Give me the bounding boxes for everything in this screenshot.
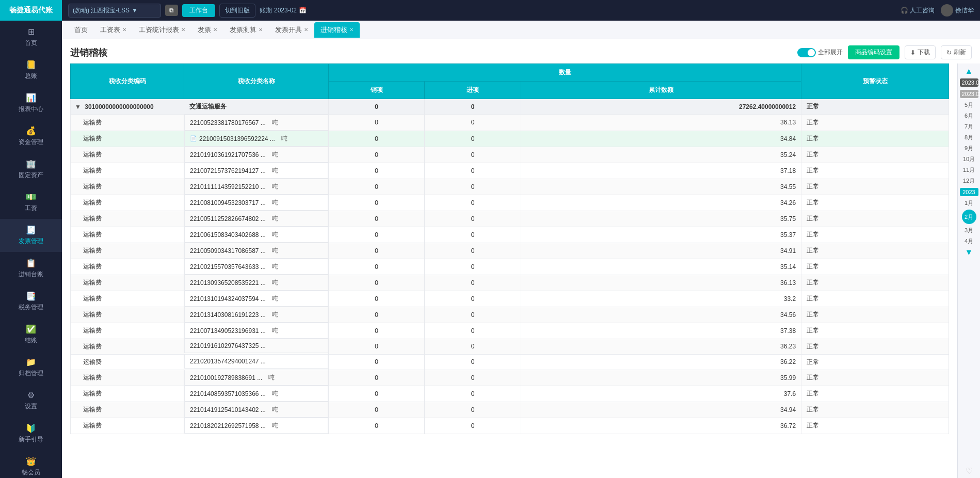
sidebar-item-archive[interactable]: 📁 归档管理 xyxy=(0,351,62,384)
sales-cell: 0 xyxy=(329,291,425,307)
tax-name-cell: 221005090343170865​87 ... 吨 xyxy=(184,243,328,259)
table-row[interactable]: 运输费 221008100945323037​17 ... 吨 0 0 34.2… xyxy=(71,195,949,211)
sidebar-item-invoice[interactable]: 🧾 发票管理 xyxy=(0,219,62,252)
copy-icon-btn[interactable]: ⧉ xyxy=(165,5,178,16)
company-selector[interactable]: (勿动) 江西报宝-LSS ▼ xyxy=(68,4,161,18)
timeline-month-4[interactable]: 4月 xyxy=(960,236,978,247)
tab-invoice-issue[interactable]: 发票开具 ✕ xyxy=(269,22,314,38)
timeline-down-button[interactable]: ▼ xyxy=(964,247,974,258)
col-quantity-header: 数量 xyxy=(329,64,801,82)
header-actions: 全部展开 商品编码设置 ⬇ 下载 ↻ 刷新 xyxy=(797,45,972,59)
reports-icon: 📊 xyxy=(26,93,36,103)
table-row[interactable]: 运输费 221019161029764373​25 ... 0 0 36.23 … xyxy=(71,339,949,354)
tab-salary[interactable]: 工资表 ✕ xyxy=(94,22,133,38)
tax-name-cell: 交通运输服务 xyxy=(184,99,329,115)
sidebar-item-label: 固定资产 xyxy=(19,171,43,180)
timeline-month-2-active[interactable]: 2月 xyxy=(962,210,976,224)
tab-reconcile[interactable]: 进销稽核 ✕ xyxy=(314,22,360,38)
sidebar-item-close-account[interactable]: ✅ 结账 xyxy=(0,318,62,351)
table-row[interactable]: 运输费 221007215737621941​27 ... 吨 0 0 37.1… xyxy=(71,163,949,179)
timeline-year-2022b: 2023.02 xyxy=(960,90,978,98)
sidebar-item-tax[interactable]: 📑 税务管理 xyxy=(0,285,62,318)
tab-invoice-issue-close[interactable]: ✕ xyxy=(304,27,308,33)
table-row[interactable]: 运输费 221013140308161912​23 ... 吨 0 0 34.5… xyxy=(71,307,949,323)
timeline-up-button[interactable]: ▲ xyxy=(964,66,974,77)
table-row[interactable]: 运输费 221013101943240375​94 ... 吨 0 0 33.2… xyxy=(71,291,949,307)
table-row[interactable]: 运输费 221010019278983869​1 ... 吨 0 0 35.99… xyxy=(71,370,949,386)
table-row[interactable]: 运输费 221014085935710353​66 ... 吨 0 0 37.6… xyxy=(71,386,949,402)
sidebar-item-label: 税务管理 xyxy=(19,303,43,312)
table-row[interactable]: 运输费 221013093652085352​21 ... 吨 0 0 36.1… xyxy=(71,275,949,291)
sales-cell: 0 xyxy=(329,99,425,115)
expand-toggle[interactable]: 全部展开 xyxy=(797,48,843,57)
table-row[interactable]: 运输费 221014191254101434​02 ... 吨 0 0 34.9… xyxy=(71,402,949,418)
table-row[interactable]: 运输费 221019103619217075​36 ... 吨 0 0 35.2… xyxy=(71,147,949,163)
table-row[interactable]: 运输费 221006150834034026​88 ... 吨 0 0 35.3… xyxy=(71,227,949,243)
timeline-month-12[interactable]: 12月 xyxy=(960,176,978,186)
table-row[interactable]: 运输费 📄 221009150313965922​24 ... 吨 0 0 34… xyxy=(71,131,949,147)
table-row[interactable]: 运输费 221005233817801765​67 ... 吨 0 0 36.1… xyxy=(71,115,949,131)
tax-code-cell: 运输费 xyxy=(71,131,184,147)
expand-icon[interactable]: ▼ xyxy=(75,103,81,110)
timeline-month-11[interactable]: 11月 xyxy=(960,165,978,176)
sidebar-item-ledger[interactable]: 📒 总账 xyxy=(0,54,62,87)
sidebar-item-salary[interactable]: 💵 工资 xyxy=(0,186,62,219)
tax-code-cell: 运输费 xyxy=(71,370,184,386)
sidebar-item-settings[interactable]: ⚙ 设置 xyxy=(0,384,62,417)
sidebar-item-trade[interactable]: 📋 进销台账 xyxy=(0,252,62,285)
timeline-month-7[interactable]: 7月 xyxy=(960,121,978,132)
timeline-month-9[interactable]: 9月 xyxy=(960,143,978,154)
sidebar-item-guide[interactable]: 🔰 新手引导 xyxy=(0,417,62,450)
sidebar-item-member[interactable]: 👑 畅会员 xyxy=(0,450,62,478)
tab-invoice[interactable]: 发票 ✕ xyxy=(191,22,223,38)
switch-version-button[interactable]: 切到旧版 xyxy=(219,4,255,18)
table-row[interactable]: 运输费 221005090343170865​87 ... 吨 0 0 34.9… xyxy=(71,243,949,259)
tax-name-cell: 221014085935710353​66 ... 吨 xyxy=(184,386,328,402)
toggle-track[interactable] xyxy=(797,48,816,57)
sidebar-item-label: 工资 xyxy=(25,204,37,213)
support-link[interactable]: 🎧 人工咨询 xyxy=(901,6,935,15)
tab-invoice-close[interactable]: ✕ xyxy=(213,27,217,33)
tab-invoice-calc-close[interactable]: ✕ xyxy=(259,27,263,33)
user-avatar[interactable]: 徐洁华 xyxy=(941,4,974,17)
purchase-cell: 0 xyxy=(425,370,521,386)
sidebar-item-home[interactable]: ⊞ 首页 xyxy=(0,21,62,54)
tab-invoice-calc[interactable]: 发票测算 ✕ xyxy=(223,22,269,38)
sidebar-item-assets[interactable]: 🏢 固定资产 xyxy=(0,153,62,186)
table-row[interactable]: 运输费 221020135742940012​47 ... 0 0 36.22 … xyxy=(71,354,949,370)
timeline-month-3[interactable]: 3月 xyxy=(960,225,978,236)
table-row[interactable]: 运输费 221005112528266748​02 ... 吨 0 0 35.7… xyxy=(71,211,949,227)
table-row[interactable]: 运输费 221011111435921522​10 ... 吨 0 0 34.5… xyxy=(71,179,949,195)
workspace-button[interactable]: 工作台 xyxy=(182,4,215,17)
tab-salary-report-close[interactable]: ✕ xyxy=(181,27,185,33)
refresh-button[interactable]: ↻ 刷新 xyxy=(941,45,972,59)
table-row[interactable]: 运输费 221002155703576436​33 ... 吨 0 0 35.1… xyxy=(71,259,949,275)
tab-salary-close[interactable]: ✕ xyxy=(122,27,126,33)
settings-button[interactable]: 商品编码设置 xyxy=(848,45,899,59)
timeline-month-10[interactable]: 10月 xyxy=(960,154,978,165)
status-cell: 正常 xyxy=(801,115,949,131)
tab-salary-report[interactable]: 工资统计报表 ✕ xyxy=(133,22,191,38)
tab-reconcile-label: 进销稽核 xyxy=(320,25,347,35)
purchase-cell: 0 xyxy=(425,115,521,131)
tax-name-cell: 221011111435921522​10 ... 吨 xyxy=(184,179,328,195)
table-row[interactable]: ▼ 30100000000000000000 交通运输服务 0 0 27262.… xyxy=(71,99,949,115)
sidebar-item-reports[interactable]: 📊 报表中心 xyxy=(0,87,62,120)
funds-icon: 💰 xyxy=(26,126,36,136)
table-row[interactable]: 运输费 221018202126925719​58 ... 吨 0 0 36.7… xyxy=(71,418,949,434)
table-row[interactable]: 运输费 221007134905231969​31 ... 吨 0 0 37.3… xyxy=(71,323,949,339)
status-cell: 正常 xyxy=(801,418,949,434)
sidebar-item-funds[interactable]: 💰 资金管理 xyxy=(0,120,62,153)
content-area: 进销稽核 全部展开 商品编码设置 ⬇ 下载 ↻ 刷新 xyxy=(62,39,980,478)
download-button[interactable]: ⬇ 下载 xyxy=(905,45,936,59)
tax-code-cell: 运输费 xyxy=(71,259,184,275)
timeline-month-8[interactable]: 8月 xyxy=(960,132,978,143)
total-cell: 35.24 xyxy=(521,147,801,163)
tax-code-cell: 运输费 xyxy=(71,307,184,323)
purchase-cell: 0 xyxy=(425,275,521,291)
timeline-month-5[interactable]: 5月 xyxy=(960,100,978,110)
timeline-month-6[interactable]: 6月 xyxy=(960,110,978,121)
tab-home[interactable]: 首页 xyxy=(68,22,94,38)
tab-reconcile-close[interactable]: ✕ xyxy=(349,27,354,33)
timeline-month-1[interactable]: 1月 xyxy=(960,198,978,209)
